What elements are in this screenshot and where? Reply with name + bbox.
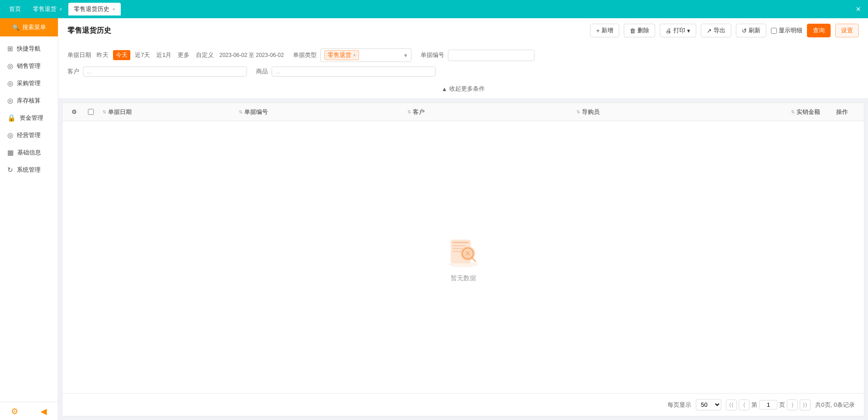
date-shortcut-1month[interactable]: 近1月 <box>154 50 173 60</box>
sidebar-item-purchase-mgmt[interactable]: ◎ 采购管理 <box>0 75 58 92</box>
topbar-right: × <box>852 5 864 14</box>
pagination: 每页显示 50 100 200 ⟨⟨ ⟨ 第 页 ⟩ ⟩⟩ 共0页, 0条记录 <box>62 393 864 416</box>
order-no-filter-label: 单据编号 <box>421 51 444 59</box>
sidebar-item-inventory[interactable]: ◎ 库存核算 <box>0 92 58 109</box>
th-guide: ⇅ 导购员 <box>573 108 709 116</box>
refresh-button[interactable]: ↺ 刷新 <box>736 24 766 37</box>
date-shortcut-today[interactable]: 今天 <box>113 50 130 60</box>
date-shortcut-7days[interactable]: 近7天 <box>133 50 152 60</box>
last-page-button[interactable]: ⟩⟩ <box>800 400 811 410</box>
collapse-sidebar-icon[interactable]: ◀ <box>41 406 47 416</box>
tab-retail-return-history-close[interactable]: × <box>112 6 115 12</box>
delete-button-label: 删除 <box>637 26 649 35</box>
export-button-label: 导出 <box>714 26 725 35</box>
collapse-button[interactable]: ▲ 收起更多条件 <box>438 83 488 95</box>
tab-retail-return-history[interactable]: 零售退货历史 × <box>68 3 120 15</box>
first-page-button[interactable]: ⟨⟨ <box>726 400 737 410</box>
filter-date: 单据日期 昨天 今天 近7天 近1月 更多 自定义 2023-06-02 至 2… <box>67 50 284 60</box>
sidebar-item-finance[interactable]: 🔒 资金管理 <box>0 109 58 127</box>
sidebar-item-sys-mgmt[interactable]: ↻ 系统管理 <box>0 161 58 179</box>
sidebar-item-label-sys-mgmt: 系统管理 <box>17 166 41 174</box>
svg-line-8 <box>472 257 475 261</box>
th-settings[interactable]: ⚙ <box>66 108 82 115</box>
date-shortcut-more[interactable]: 更多 <box>176 50 191 60</box>
topbar: 首页 零售退货 × 零售退货历史 × × <box>0 0 868 18</box>
page-total-info: 共0页, 0条记录 <box>815 401 855 409</box>
refresh-icon: ↺ <box>742 27 747 34</box>
sort-icon-customer[interactable]: ⇅ <box>407 109 411 114</box>
new-button-label: 新增 <box>601 26 613 35</box>
sort-icon-guide[interactable]: ⇅ <box>576 109 580 114</box>
date-shortcut-custom[interactable]: 自定义 <box>194 50 216 60</box>
page-number-input[interactable] <box>759 400 777 410</box>
print-button[interactable]: 🖨 打印 ▾ <box>660 24 696 37</box>
type-tag-remove[interactable]: × <box>353 53 356 58</box>
collapse-button-label: 收起更多条件 <box>449 85 485 93</box>
prev-page-button[interactable]: ⟨ <box>739 400 750 410</box>
refresh-button-label: 刷新 <box>749 26 760 35</box>
th-checkbox[interactable] <box>82 109 99 115</box>
filter-customer: 客户 ... <box>67 67 247 77</box>
page-size-select[interactable]: 50 100 200 <box>696 399 721 410</box>
sidebar: 🔍 搜索菜单 ⊞ 快捷导航 ◎ 销售管理 ◎ 采购管理 ◎ 库存核算 🔒 资金 <box>0 18 58 420</box>
delete-button[interactable]: 🗑 删除 <box>624 24 655 37</box>
next-page-button[interactable]: ⟩ <box>787 400 798 410</box>
display-toggle-checkbox[interactable] <box>771 28 777 34</box>
th-date-label: 单据日期 <box>108 108 132 116</box>
settings-filter-button[interactable]: 设置 <box>835 24 859 37</box>
empty-text: 暂无数据 <box>451 274 476 282</box>
sidebar-item-quick-nav[interactable]: ⊞ 快捷导航 <box>0 40 58 57</box>
filter-collapse-row: ▲ 收起更多条件 <box>67 81 859 98</box>
sidebar-item-label-operations: 经营管理 <box>17 131 41 139</box>
th-order-no: ⇅ 单据编号 <box>235 108 404 116</box>
sort-icon-amount[interactable]: ⇅ <box>791 109 795 114</box>
th-guide-label: 导购员 <box>582 108 600 116</box>
sidebar-item-sales-mgmt[interactable]: ◎ 销售管理 <box>0 57 58 75</box>
filter-type: 单据类型 零售退货 × ▾ <box>293 48 411 62</box>
type-tag-value: 零售退货 <box>328 51 351 59</box>
order-no-input[interactable] <box>448 50 534 61</box>
select-all-checkbox[interactable] <box>88 109 94 115</box>
goods-input[interactable]: ... <box>272 67 436 77</box>
th-amount-label: 实销金额 <box>796 108 820 116</box>
empty-state: 暂无数据 <box>441 232 486 282</box>
th-action-label: 操作 <box>836 108 848 116</box>
customer-filter-label: 客户 <box>67 67 79 76</box>
new-button[interactable]: + 新增 <box>590 24 619 37</box>
th-action: 操作 <box>824 108 860 116</box>
tab-retail-return[interactable]: 零售退货 × <box>27 3 67 15</box>
type-tag: 零售退货 × <box>324 50 359 60</box>
tab-home[interactable]: 首页 <box>4 3 26 15</box>
filter-order-no: 单据编号 <box>421 50 534 61</box>
type-tag-input[interactable]: 零售退货 × ▾ <box>320 48 411 62</box>
print-icon: 🖨 <box>666 27 672 34</box>
sidebar-item-label-quick-nav: 快捷导航 <box>17 45 41 53</box>
th-customer-label: 客户 <box>413 108 425 116</box>
page-nav: ⟨⟨ ⟨ 第 页 ⟩ ⟩⟩ <box>726 400 811 410</box>
query-button[interactable]: 查询 <box>807 24 831 37</box>
date-filter-label: 单据日期 <box>67 51 91 59</box>
sidebar-item-operations[interactable]: ◎ 经营管理 <box>0 127 58 144</box>
export-button[interactable]: ↗ 导出 <box>701 24 731 37</box>
tab-retail-return-label: 零售退货 <box>33 5 56 13</box>
display-toggle-label: 显示明细 <box>779 26 802 35</box>
sort-icon-date[interactable]: ⇅ <box>103 109 106 114</box>
svg-rect-2 <box>452 241 469 243</box>
operations-icon: ◎ <box>7 131 13 139</box>
filter-row-2: 客户 ... 商品 ... <box>67 67 859 77</box>
date-shortcuts: 昨天 今天 近7天 近1月 更多 自定义 <box>95 50 216 60</box>
purchase-mgmt-icon: ◎ <box>7 79 13 87</box>
tab-retail-return-close[interactable]: × <box>59 6 62 12</box>
date-shortcut-yesterday[interactable]: 昨天 <box>95 50 110 60</box>
sort-icon-order-no[interactable]: ⇅ <box>239 109 242 114</box>
window-close-button[interactable]: × <box>852 5 864 14</box>
content-area: 零售退货历史 + 新增 🗑 删除 🖨 打印 ▾ <box>58 18 868 420</box>
customer-input[interactable]: ... <box>83 67 247 77</box>
sidebar-search[interactable]: 🔍 搜索菜单 <box>0 18 58 36</box>
quick-nav-icon: ⊞ <box>7 45 13 53</box>
th-amount: ⇅ 实销金额 <box>709 108 824 116</box>
sidebar-item-basic-info[interactable]: ▦ 基础信息 <box>0 144 58 161</box>
page-title-row: 零售退货历史 + 新增 🗑 删除 🖨 打印 ▾ <box>67 24 859 37</box>
filter-area: 单据日期 昨天 今天 近7天 近1月 更多 自定义 2023-06-02 至 2… <box>67 43 859 98</box>
settings-bottom-icon[interactable]: ⚙ <box>11 406 18 416</box>
